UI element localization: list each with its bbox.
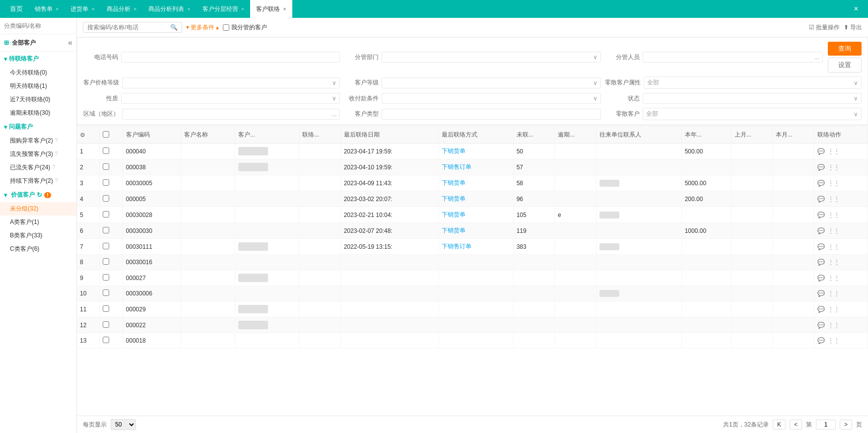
col-overdue[interactable]: 逾期... — [555, 127, 596, 144]
row-checkbox-cell[interactable] — [100, 286, 123, 301]
row-checkbox[interactable] — [103, 305, 109, 312]
sidebar-item-class-c[interactable]: C类客户(6) — [0, 242, 76, 256]
row-checkbox-cell[interactable] — [100, 270, 123, 286]
more-icon[interactable]: ⋮⋮ — [828, 227, 840, 234]
col-settings[interactable]: ⚙ — [77, 127, 100, 144]
row-checkbox-cell[interactable] — [100, 159, 123, 175]
sidebar-item-ungrouped[interactable]: 未分组(32) — [0, 202, 76, 216]
reset-button[interactable]: 设置 — [828, 58, 862, 72]
close-purchase-tab[interactable]: × — [91, 6, 94, 12]
row-checkbox-cell[interactable] — [100, 301, 123, 317]
row-actions[interactable]: 💬 ⋮⋮ — [814, 223, 868, 239]
row-actions[interactable]: 💬 ⋮⋮ — [814, 159, 868, 175]
tab-product-analysis-list[interactable]: 商品分析列表× — [142, 0, 196, 18]
search-input[interactable] — [87, 24, 170, 31]
my-customers-check[interactable] — [223, 24, 229, 31]
filter-status-select[interactable]: ∨ — [643, 93, 862, 104]
row-checkbox-cell[interactable] — [100, 255, 123, 270]
query-button[interactable]: 查询 — [828, 42, 862, 56]
row-last-method[interactable]: 下销货单 — [438, 207, 513, 223]
row-checkbox[interactable] — [103, 258, 109, 265]
chat-icon[interactable]: 💬 — [817, 306, 825, 313]
next-page-btn[interactable]: > — [840, 420, 852, 430]
filter-dept-select[interactable]: ∨ — [382, 52, 601, 63]
chat-icon[interactable]: 💬 — [817, 243, 825, 250]
row-actions[interactable]: 💬 ⋮⋮ — [814, 270, 868, 286]
more-icon[interactable]: ⋮⋮ — [828, 275, 840, 282]
row-last-method[interactable]: 下销货单 — [438, 144, 513, 159]
row-actions[interactable]: 💬 ⋮⋮ — [814, 317, 868, 333]
sidebar-item-overdue[interactable]: 逾期未联络(30) — [0, 106, 76, 120]
row-actions[interactable]: 💬 ⋮⋮ — [814, 144, 868, 159]
chat-icon[interactable]: 💬 — [817, 259, 825, 266]
chat-icon[interactable]: 💬 — [817, 227, 825, 234]
chat-icon[interactable]: 💬 — [817, 322, 825, 329]
page-input[interactable] — [816, 420, 836, 430]
chat-icon[interactable]: 💬 — [817, 290, 825, 297]
close-product-analysis-tab[interactable]: × — [134, 6, 136, 12]
more-icon[interactable]: ⋮⋮ — [828, 337, 840, 344]
per-page-select[interactable]: 50 100 — [111, 419, 136, 430]
sidebar-section-problem[interactable]: ▾ 问题客户 — [0, 120, 76, 134]
col-type[interactable]: 客户... — [235, 127, 299, 144]
link-cell[interactable]: 下销货单 — [442, 211, 466, 218]
more-icon[interactable]: ⋮⋮ — [828, 259, 840, 266]
link-cell[interactable]: 下销货单 — [442, 227, 466, 234]
chat-icon[interactable]: 💬 — [817, 148, 825, 155]
chat-icon[interactable]: 💬 — [817, 196, 825, 203]
tab-product-analysis[interactable]: 商品分析× — [101, 0, 142, 18]
row-checkbox-cell[interactable] — [100, 223, 123, 239]
link-cell[interactable]: 下销货单 — [442, 195, 466, 202]
col-this-month[interactable]: 本月... — [773, 127, 814, 144]
sidebar-section-pending[interactable]: ▾ 待联络客户 — [0, 52, 76, 66]
sidebar-item-class-b[interactable]: B类客户(33) — [0, 229, 76, 242]
filter-phone-input[interactable] — [121, 52, 340, 63]
row-checkbox[interactable] — [103, 337, 109, 343]
row-actions[interactable]: 💬 ⋮⋮ — [814, 286, 868, 301]
col-last-month[interactable]: 上月... — [731, 127, 772, 144]
link-cell[interactable]: 下销售订单 — [442, 243, 471, 250]
filter-customer-level-select[interactable]: ∨ — [382, 77, 601, 88]
row-last-method[interactable]: 下销售订单 — [438, 239, 513, 255]
close-product-list-tab[interactable]: × — [187, 6, 190, 12]
tab-customer-contact[interactable]: 客户联络× — [250, 0, 292, 18]
close-customer-contact-tab[interactable]: × — [283, 6, 286, 12]
refresh-icon[interactable]: ↻ — [37, 191, 42, 199]
link-cell[interactable]: 下销货单 — [442, 179, 466, 186]
row-checkbox-cell[interactable] — [100, 144, 123, 159]
more-icon[interactable]: ⋮⋮ — [828, 212, 840, 218]
sidebar-collapse-btn[interactable]: « — [68, 38, 72, 47]
chat-icon[interactable]: 💬 — [817, 164, 825, 171]
row-checkbox-cell[interactable] — [100, 317, 123, 333]
row-checkbox[interactable] — [103, 289, 109, 296]
more-icon[interactable]: ⋮⋮ — [828, 180, 840, 187]
more-conditions-btn[interactable]: ▾ 更多条件 ▴ — [186, 23, 219, 32]
more-icon[interactable]: ⋮⋮ — [828, 196, 840, 203]
link-cell[interactable]: 下销货单 — [442, 147, 466, 154]
sidebar-item-7days[interactable]: 近7天待联络(0) — [0, 93, 76, 106]
my-customers-checkbox[interactable]: 我分管的客户 — [223, 23, 267, 32]
filter-retail-attr-select[interactable]: 全部 ∨ — [644, 76, 862, 89]
filter-nature-select[interactable]: ∨ — [121, 93, 340, 104]
chat-icon[interactable]: 💬 — [817, 212, 825, 218]
col-contact[interactable]: 联络... — [299, 127, 340, 144]
chat-icon[interactable]: 💬 — [817, 337, 825, 344]
row-actions[interactable]: 💬 ⋮⋮ — [814, 191, 868, 207]
close-customer-tier-tab[interactable]: × — [241, 6, 244, 12]
row-checkbox[interactable] — [103, 243, 109, 249]
more-icon[interactable]: ⋮⋮ — [828, 148, 840, 155]
first-page-btn[interactable]: K — [773, 420, 786, 430]
window-close-button[interactable]: × — [848, 0, 864, 18]
sidebar-section-value[interactable]: ▾ 价值客户 ↻ ! — [0, 188, 76, 202]
row-checkbox[interactable] — [103, 321, 109, 328]
tab-customer-tier[interactable]: 客户分层经营× — [197, 0, 250, 18]
sidebar-item-class-a[interactable]: A类客户(1) — [0, 216, 76, 229]
row-checkbox-cell[interactable] — [100, 175, 123, 191]
link-cell[interactable]: 下销售订单 — [442, 163, 471, 170]
chat-icon[interactable]: 💬 — [817, 275, 825, 282]
row-checkbox[interactable] — [103, 211, 109, 217]
row-last-method[interactable]: 下销货单 — [438, 175, 513, 191]
close-sales-tab[interactable]: × — [56, 6, 59, 12]
filter-payment-select[interactable]: ∨ — [382, 93, 601, 104]
sidebar-item-abnormal[interactable]: 囤购异常客户(2) ? — [0, 134, 76, 147]
